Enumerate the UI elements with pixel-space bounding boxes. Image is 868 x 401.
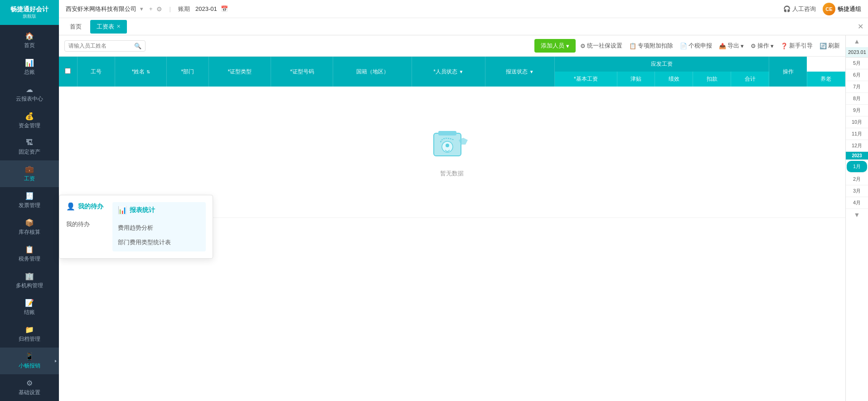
sidebar-item-archive[interactable]: 📁 归档管理: [0, 321, 59, 348]
col-report-status: 报送状态 ▼: [485, 57, 554, 87]
search-icon: 🔍: [134, 43, 141, 49]
headphone-icon: 🎧: [783, 5, 790, 12]
expense-icon: 📱: [25, 352, 34, 361]
col-id-no: *证型号码: [271, 57, 333, 87]
sidebar-item-finance[interactable]: 💰 资金管理: [0, 107, 59, 134]
sidebar-item-label: 归档管理: [19, 335, 40, 343]
add-person-button[interactable]: 添加人员 ▾: [534, 39, 576, 53]
sidebar-item-basic-settings[interactable]: ⚙ 基础设置: [0, 374, 59, 401]
sidebar-item-label: 发票管理: [19, 202, 40, 209]
op-icon: ⚙: [751, 43, 756, 49]
year-label-2023: 2023: [846, 152, 868, 160]
month-item-2022-11[interactable]: 11月: [846, 128, 868, 140]
select-all-checkbox[interactable]: [65, 68, 71, 74]
guide-btn[interactable]: ❓ 新手引导: [781, 42, 813, 50]
period-label: 账期: [178, 5, 190, 13]
special-deduction-btn[interactable]: 📋 专项附加扣除: [629, 42, 673, 50]
logo-sub-text: 旗舰版: [23, 13, 36, 19]
sidebar-item-label: 结账: [24, 309, 35, 316]
col-operation: 操作: [769, 57, 807, 87]
sidebar-item-home[interactable]: 🏠 首页: [0, 27, 59, 54]
salary-icon: 💼: [25, 165, 34, 174]
op-dropdown-icon: ▾: [771, 43, 774, 49]
sidebar-item-close[interactable]: 📝 结账: [0, 294, 59, 321]
col-performance: 绩效: [655, 72, 693, 87]
tab-salary[interactable]: 工资表 ✕: [90, 20, 127, 34]
refresh-icon: 🔄: [820, 43, 827, 49]
tax-icon: 📄: [680, 43, 687, 49]
svg-rect-1: [438, 131, 456, 135]
popup-item-trend[interactable]: 费用趋势分析: [118, 222, 200, 233]
month-nav-up[interactable]: ▲: [846, 35, 868, 47]
sidebar: 畅捷通好会计 旗舰版 🏠 首页 📊 总账 ☁ 云报表中心 💰 资金管理 🏗 固定…: [0, 0, 59, 401]
popup-item-dept-stats[interactable]: 部门费用类型统计表: [118, 237, 200, 248]
month-item-2023-4[interactable]: 4月: [846, 197, 868, 209]
svg-point-3: [446, 144, 449, 147]
popup-item-todo[interactable]: 我的待办: [66, 219, 103, 230]
popup-menu: 👤 我的待办 我的待办 📊 报表统计 费用趋势分析 部门费用类型统计表: [59, 195, 213, 259]
add-company-icon[interactable]: +: [149, 5, 153, 12]
col-allowance: 津贴: [617, 72, 655, 87]
topbar-right: 🎧 人工咨询 CE 畅捷通组: [783, 3, 861, 15]
month-item-2022-9[interactable]: 9月: [846, 105, 868, 116]
sidebar-item-expense[interactable]: 📱 小畅报销: [0, 348, 59, 374]
month-item-2022-6[interactable]: 6月: [846, 69, 868, 81]
sidebar-item-cloud-report[interactable]: ☁ 云报表中心: [0, 81, 59, 107]
tax-report-btn[interactable]: 📄 个税申报: [680, 42, 712, 50]
settings-icon[interactable]: ⚙: [156, 5, 162, 13]
ledger-icon: 📊: [25, 58, 34, 67]
user-name: 畅捷通组: [838, 5, 861, 13]
dropdown-icon[interactable]: ▾: [140, 5, 143, 12]
tab-home[interactable]: 首页: [63, 20, 88, 34]
export-btn[interactable]: 📤 导出 ▾: [719, 42, 744, 50]
company-name[interactable]: 西安虾米网络科技有限公司: [66, 5, 136, 13]
month-item-2023-2[interactable]: 2月: [846, 174, 868, 185]
period-value[interactable]: 2023-01: [195, 5, 217, 12]
user-info[interactable]: CE 畅捷通组: [823, 3, 861, 15]
operation-btn[interactable]: ⚙ 操作 ▾: [751, 42, 774, 50]
month-item-2023-3[interactable]: 3月: [846, 185, 868, 197]
cloud-icon: ☁: [26, 85, 33, 94]
sidebar-item-ledger[interactable]: 📊 总账: [0, 54, 59, 81]
refresh-btn[interactable]: 🔄 刷新: [820, 42, 840, 50]
popup-todo-title: 👤 我的待办: [66, 202, 103, 213]
sidebar-item-inventory[interactable]: 📦 库存核算: [0, 214, 59, 241]
tab-close-all-icon[interactable]: ✕: [858, 22, 863, 31]
tab-close-icon[interactable]: ✕: [116, 24, 121, 29]
month-item-2022-8[interactable]: 8月: [846, 93, 868, 105]
social-security-btn[interactable]: ⚙ 统一社保设置: [580, 42, 622, 50]
export-dropdown-icon: ▾: [741, 43, 744, 49]
topbar-left: 西安虾米网络科技有限公司 ▾ + ⚙ | 账期 2023-01 📅: [66, 5, 228, 13]
month-nav-down[interactable]: ▼: [846, 209, 868, 221]
month-item-2023-1[interactable]: 1月: [847, 161, 867, 173]
calendar-icon[interactable]: 📅: [221, 5, 228, 12]
col-total: 合计: [731, 72, 769, 87]
sidebar-item-fixed-assets[interactable]: 🏗 固定资产: [0, 134, 59, 160]
tab-salary-label: 工资表: [97, 23, 114, 31]
sidebar-nav: 🏠 首页 📊 总账 ☁ 云报表中心 💰 资金管理 🏗 固定资产 💼 工资 🧾 发…: [0, 25, 59, 401]
month-item-2022-12[interactable]: 12月: [846, 140, 868, 152]
popup-section-todo: 👤 我的待办 我的待办: [66, 202, 103, 251]
tab-home-label: 首页: [70, 23, 82, 31]
sidebar-item-invoice[interactable]: 🧾 发票管理: [0, 187, 59, 214]
salary-table: 工号 *姓名 ⇅ *部门 *证型类型 *证型号码 国籍（地区） *人员状态 ▼ …: [59, 57, 845, 218]
search-input[interactable]: [68, 43, 132, 49]
col-employee-no: 工号: [77, 57, 115, 87]
archive-icon: 📁: [25, 325, 34, 334]
month-item-2022-5[interactable]: 5月: [846, 58, 868, 69]
month-panel-header: 2023.01: [846, 47, 868, 58]
customer-service-btn[interactable]: 🎧 人工咨询: [783, 5, 816, 13]
empty-state-icon: [429, 126, 475, 163]
col-pension: 养老: [807, 72, 845, 87]
finance-icon: 💰: [25, 112, 34, 121]
sidebar-item-salary[interactable]: 💼 工资: [0, 160, 59, 187]
col-salary-group: 应发工资: [555, 57, 769, 72]
guide-icon: ❓: [781, 43, 788, 49]
month-item-2022-10[interactable]: 10月: [846, 116, 868, 128]
col-deduction: 扣款: [693, 72, 731, 87]
sidebar-item-tax[interactable]: 📋 税务管理: [0, 241, 59, 267]
sidebar-item-multiorg[interactable]: 🏢 多机构管理: [0, 267, 59, 294]
toolbar-actions: ⚙ 统一社保设置 📋 专项附加扣除 📄 个税申报 📤 导出 ▾: [580, 42, 840, 50]
select-all-header[interactable]: [59, 57, 77, 87]
month-item-2022-7[interactable]: 7月: [846, 81, 868, 93]
